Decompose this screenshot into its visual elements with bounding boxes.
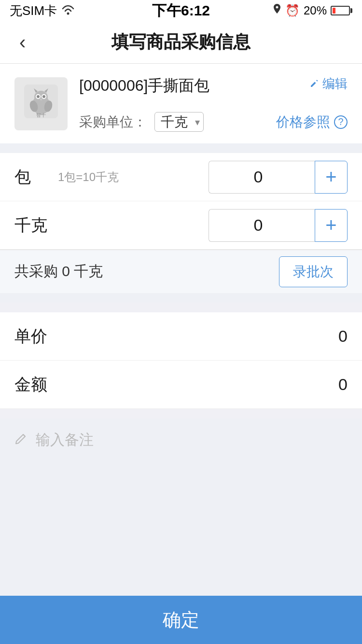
bao-sublabel: 1包=10千克 xyxy=(58,169,119,185)
notes-placeholder: 输入备注 xyxy=(36,430,94,450)
notes-section[interactable]: 输入备注 xyxy=(0,419,362,462)
unit-select-wrap[interactable]: 千克 xyxy=(154,112,204,132)
status-left: 无SIM卡 xyxy=(10,2,75,19)
page-header: ‹ 填写商品采购信息 xyxy=(0,21,362,64)
section-divider-2 xyxy=(0,293,362,303)
svg-point-8 xyxy=(37,95,40,98)
product-name: [0000006]手撕面包 xyxy=(79,75,209,97)
kg-plus-button[interactable]: + xyxy=(315,209,348,242)
record-batch-button[interactable]: 录批次 xyxy=(279,256,348,287)
product-logo: 智十 xyxy=(24,84,58,123)
bao-quantity-input[interactable] xyxy=(209,161,315,194)
bao-plus-button[interactable]: + xyxy=(315,161,348,194)
alarm-icon: ⏰ xyxy=(285,4,300,17)
pencil-icon xyxy=(14,432,28,448)
carrier-text: 无SIM卡 xyxy=(10,2,57,19)
unit-price-row: 单价 0 xyxy=(0,312,362,361)
price-ref-label: 价格参照 xyxy=(276,113,330,131)
kg-input-right: + xyxy=(209,209,348,242)
kg-quantity-input[interactable] xyxy=(209,209,315,242)
bao-input-right: + xyxy=(209,161,348,194)
kg-input-row: 千克 + xyxy=(0,201,362,250)
back-button[interactable]: ‹ xyxy=(14,27,30,58)
amount-label: 金额 xyxy=(14,374,47,396)
unit-select[interactable]: 千克 xyxy=(154,112,204,132)
status-bar: 无SIM卡 下午6:12 ⏰ 20% xyxy=(0,0,362,21)
bao-input-row: 包 1包=10千克 + xyxy=(0,153,362,201)
location-icon xyxy=(273,4,281,17)
status-time: 下午6:12 xyxy=(152,1,210,21)
unit-price-value: 0 xyxy=(338,327,348,346)
svg-text:智十: 智十 xyxy=(36,112,46,118)
product-meta: 采购单位： 千克 价格参照 ? xyxy=(79,112,348,132)
svg-point-9 xyxy=(42,95,45,98)
edit-label: 编辑 xyxy=(322,75,348,92)
svg-point-0 xyxy=(67,12,70,14)
page-title: 填写商品采购信息 xyxy=(111,30,251,54)
section-divider-1 xyxy=(0,143,362,153)
product-card: 智十 [0000006]手撕面包 编辑 采购单位： 千克 价格参照 ? xyxy=(0,64,362,143)
amount-value: 0 xyxy=(338,375,348,394)
edit-button[interactable]: 编辑 xyxy=(310,75,348,92)
input-section: 包 1包=10千克 + 千克 + xyxy=(0,153,362,250)
price-ref-question-icon: ? xyxy=(334,115,348,129)
status-right: ⏰ 20% xyxy=(273,4,352,17)
unit-label: 采购单位： xyxy=(79,113,147,131)
price-section: 单价 0 金额 0 xyxy=(0,312,362,409)
price-ref-button[interactable]: 价格参照 ? xyxy=(276,113,348,131)
kg-label: 千克 xyxy=(14,214,53,237)
battery-icon xyxy=(331,6,352,15)
unit-price-label: 单价 xyxy=(14,325,47,348)
product-info: [0000006]手撕面包 编辑 采购单位： 千克 价格参照 ? xyxy=(79,75,348,132)
summary-row: 共采购 0 千克 录批次 xyxy=(0,250,362,293)
summary-text: 共采购 0 千克 xyxy=(14,262,103,281)
confirm-button[interactable]: 确定 xyxy=(0,596,362,644)
bao-label: 包 xyxy=(14,166,53,188)
amount-row: 金额 0 xyxy=(0,361,362,409)
wifi-icon xyxy=(61,3,75,18)
product-thumbnail: 智十 xyxy=(14,77,68,130)
battery-percent: 20% xyxy=(304,4,327,17)
